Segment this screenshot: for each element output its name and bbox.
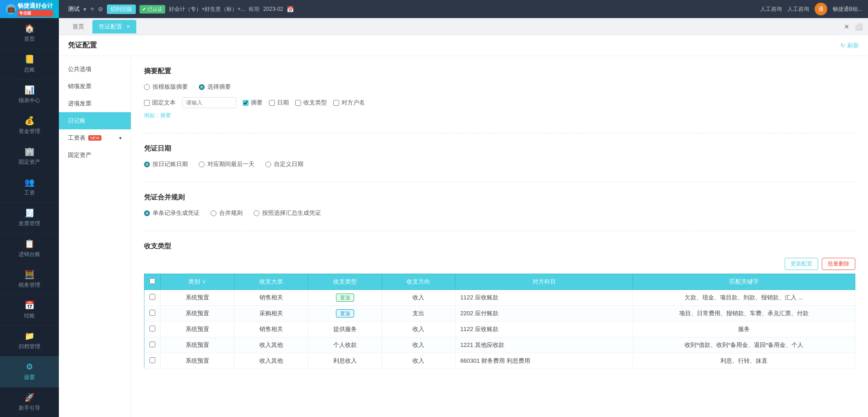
support-text[interactable]: 人工咨询 bbox=[787, 5, 809, 13]
sidebar-item-funds[interactable]: 💰 资金管理 bbox=[0, 110, 59, 141]
sidebar-item-ledger[interactable]: 📒 总账 bbox=[0, 49, 59, 80]
radio-single-input[interactable] bbox=[144, 210, 150, 216]
row-checkbox-2[interactable] bbox=[149, 326, 155, 332]
fixed-text-option[interactable]: 固定文本 bbox=[144, 99, 176, 107]
summary-checkbox-row: 固定文本 摘要 日期 收支类型 bbox=[144, 97, 855, 108]
sidebar-item-home[interactable]: 🏠 首页 bbox=[0, 18, 59, 49]
add-icon[interactable]: + bbox=[90, 5, 94, 13]
table-body: 系统预置 销售相关 置顶 收入 1122 应收账款 欠款、现金、项目款、到款、报… bbox=[144, 290, 855, 369]
date-checkbox[interactable] bbox=[269, 100, 275, 106]
merge-rules-section: 凭证合并规则 单条记录生成凭证 合并规则 按照选择汇总生成凭证 bbox=[144, 193, 855, 217]
sidebar-item-payroll[interactable]: 👥 工资 bbox=[0, 172, 59, 203]
left-menu-item-purchase-invoice[interactable]: 进项发票 bbox=[59, 95, 131, 112]
th-direction: 收支方向 bbox=[382, 274, 456, 290]
summary-config-title: 摘要配置 bbox=[144, 67, 855, 76]
row-checkbox-3[interactable] bbox=[149, 341, 155, 347]
funds-icon: 💰 bbox=[24, 116, 34, 126]
radio-template-input[interactable] bbox=[144, 84, 150, 90]
radio-single-record[interactable]: 单条记录生成凭证 bbox=[144, 209, 200, 217]
summary-checkbox-option[interactable]: 摘要 bbox=[243, 99, 263, 107]
row-checkbox-4[interactable] bbox=[149, 357, 155, 363]
type-checkbox[interactable] bbox=[295, 100, 301, 106]
fixed-text-checkbox[interactable] bbox=[144, 100, 150, 106]
date-checkbox-option[interactable]: 日期 bbox=[269, 99, 289, 107]
row-checkbox-cell bbox=[144, 290, 161, 306]
refresh-icon: ↻ bbox=[840, 42, 845, 49]
sidebar-item-assets[interactable]: 🏢 固定资产 bbox=[0, 141, 59, 172]
maximize-window-button[interactable]: ⬜ bbox=[854, 22, 863, 32]
radio-daily-input[interactable] bbox=[144, 161, 150, 167]
radio-template-summary[interactable]: 按模板版摘要 bbox=[144, 83, 188, 91]
body-layout: 公共选项 销项发票 进项发票 日记账 工资表 NEW ▾ 固定资产 bbox=[59, 56, 868, 417]
left-menu-item-public[interactable]: 公共选项 bbox=[59, 61, 131, 78]
update-config-button[interactable]: 更新配置 bbox=[785, 258, 818, 270]
select-all-checkbox[interactable] bbox=[149, 278, 155, 284]
switch-version-button[interactable]: 切到旧版 bbox=[107, 5, 136, 14]
sidebar-item-reports[interactable]: 📊 报表中心 bbox=[0, 80, 59, 110]
batch-delete-button[interactable]: 批量删除 bbox=[822, 258, 855, 270]
radio-select-summary[interactable]: 选择摘要 bbox=[199, 83, 231, 91]
left-menu-item-fixed-assets[interactable]: 固定资产 bbox=[59, 147, 131, 164]
summary-checkbox[interactable] bbox=[243, 100, 249, 106]
chevron-icon[interactable]: ▾ bbox=[83, 6, 86, 13]
row-main-type-0: 销售相关 bbox=[234, 290, 308, 306]
radio-select-label: 选择摘要 bbox=[207, 83, 231, 91]
radio-select-input[interactable] bbox=[199, 84, 205, 90]
sidebar-item-settings[interactable]: ⚙ 设置 bbox=[0, 356, 59, 387]
left-menu-label-fixed-assets: 固定资产 bbox=[68, 151, 91, 159]
invoices-icon: 🧾 bbox=[24, 208, 34, 218]
row-main-type-2: 销售相关 bbox=[234, 322, 308, 337]
row-category-2: 系统预置 bbox=[161, 322, 235, 337]
merge-radio-group: 单条记录生成凭证 合并规则 按照选择汇总生成凭证 bbox=[144, 209, 855, 217]
tab-close-icon[interactable]: × bbox=[127, 24, 130, 30]
sidebar-item-label-assets: 固定资产 bbox=[19, 158, 40, 166]
row-account-0: 1122 应收账款 bbox=[456, 290, 633, 306]
sidebar-item-invoices[interactable]: 🧾 发票管理 bbox=[0, 203, 59, 233]
user-name[interactable]: 畅捷通B组... bbox=[833, 5, 863, 13]
counterpart-checkbox[interactable] bbox=[333, 100, 339, 106]
sidebar-item-label-invoices: 发票管理 bbox=[19, 220, 40, 227]
sidebar-item-label-reports: 报表中心 bbox=[19, 97, 40, 104]
radio-merge-input[interactable] bbox=[211, 210, 216, 216]
radio-merge-rules[interactable]: 合并规则 bbox=[211, 209, 243, 217]
row-keywords-2: 服务 bbox=[633, 322, 855, 337]
row-checkbox-0[interactable] bbox=[149, 294, 155, 300]
left-menu-item-payroll-table[interactable]: 工资表 NEW ▾ bbox=[59, 129, 131, 147]
sidebar-item-newbie[interactable]: 🚀 新手引导 bbox=[0, 387, 59, 417]
radio-daily-date[interactable]: 按日记账日期 bbox=[144, 160, 188, 168]
radio-last-day-input[interactable] bbox=[199, 161, 205, 167]
radio-custom-input[interactable] bbox=[265, 161, 271, 167]
row-category-3: 系统预置 bbox=[161, 337, 235, 353]
user-avatar[interactable]: 通 bbox=[815, 3, 827, 15]
counterpart-checkbox-option[interactable]: 对方户名 bbox=[333, 99, 365, 107]
sidebar-item-label-funds: 资金管理 bbox=[19, 128, 40, 135]
tab-home[interactable]: 首页 bbox=[66, 20, 91, 33]
row-sub-type-4: 利息收入 bbox=[308, 353, 382, 369]
radio-last-day[interactable]: 对应期间最后一天 bbox=[199, 160, 254, 168]
radio-summary-input[interactable] bbox=[254, 210, 259, 216]
sidebar-item-purchase-sales[interactable]: 📋 进销台账 bbox=[0, 233, 59, 264]
table-row: 系统预置 收入其他 利息收入 收入 660301 财务费用 利息费用 利息、行转… bbox=[144, 353, 855, 369]
radio-summary-generate[interactable]: 按照选择汇总生成凭证 bbox=[254, 209, 321, 217]
row-checkbox-1[interactable] bbox=[149, 310, 155, 316]
refresh-button[interactable]: ↻ 刷新 bbox=[840, 42, 859, 50]
type-checkbox-option[interactable]: 收支类型 bbox=[295, 99, 327, 107]
row-sub-type-0: 置顶 bbox=[308, 290, 382, 306]
sidebar-item-tax[interactable]: 🧮 税务管理 bbox=[0, 264, 59, 295]
calendar-icon[interactable]: 📅 bbox=[287, 6, 294, 13]
sidebar-item-label-ledger: 总账 bbox=[24, 66, 35, 74]
sidebar-item-archive[interactable]: 📁 归档管理 bbox=[0, 326, 59, 356]
left-menu-item-journal[interactable]: 日记账 bbox=[59, 112, 131, 129]
radio-custom-date[interactable]: 自定义日期 bbox=[265, 160, 303, 168]
table-row: 系统预置 销售相关 提供服务 收入 1122 应收账款 服务 bbox=[144, 322, 855, 337]
row-checkbox-cell bbox=[144, 322, 161, 337]
gear-icon[interactable]: ⚙ bbox=[98, 6, 103, 13]
left-menu-item-sales-invoice[interactable]: 销项发票 bbox=[59, 78, 131, 95]
close-window-button[interactable]: ✕ bbox=[842, 22, 852, 32]
support-label[interactable]: 人工咨询 bbox=[760, 5, 782, 13]
sidebar-item-label-purchase-sales: 进销台账 bbox=[19, 251, 40, 258]
tab-voucher-config[interactable]: 凭证配置 × bbox=[92, 20, 136, 33]
fixed-text-input[interactable] bbox=[182, 97, 236, 108]
row-account-4: 660301 财务费用 利息费用 bbox=[456, 353, 633, 369]
sidebar-item-closing[interactable]: 📅 结账 bbox=[0, 295, 59, 326]
